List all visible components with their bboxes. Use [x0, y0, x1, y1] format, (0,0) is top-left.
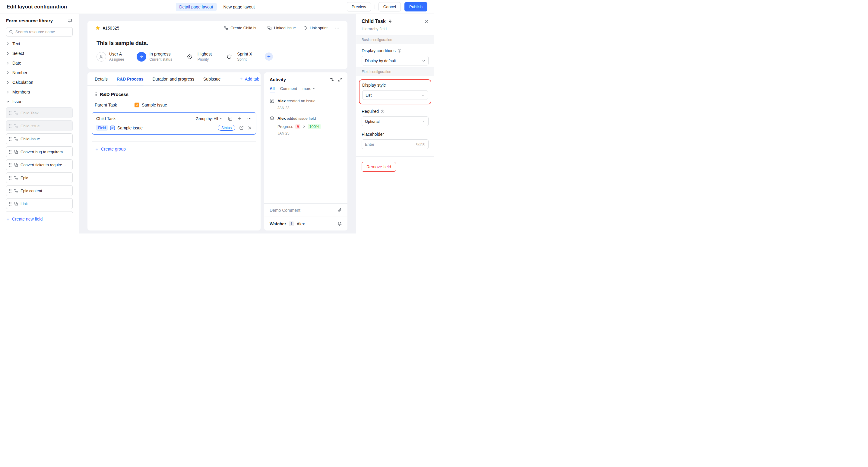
drag-handle-icon[interactable]: [9, 189, 11, 193]
tab-duration-and-progress[interactable]: Duration and progress: [153, 72, 194, 85]
link-sprint-button[interactable]: Link sprint: [303, 26, 328, 30]
open-in-new-icon[interactable]: [239, 125, 244, 130]
tab-rd-process[interactable]: R&D Process: [117, 72, 144, 85]
search-input[interactable]: [16, 30, 70, 34]
drag-handle-icon[interactable]: [9, 137, 11, 141]
linked-issue-icon: [267, 26, 272, 30]
pin-icon[interactable]: [388, 19, 392, 24]
display-style-highlight: Display style List: [359, 79, 431, 104]
status-pill[interactable]: Status: [218, 125, 235, 131]
watcher-name[interactable]: Alex: [297, 221, 305, 226]
create-group-button[interactable]: Create group: [95, 147, 256, 151]
add-attribute-button[interactable]: [265, 53, 273, 61]
info-icon[interactable]: [381, 110, 384, 114]
group-by-select[interactable]: Group by: All: [196, 117, 223, 121]
display-style-select[interactable]: List: [362, 90, 428, 100]
more-dropdown[interactable]: more: [303, 84, 316, 93]
tab-all[interactable]: All: [270, 84, 275, 93]
field-item-epic[interactable]: Epic: [6, 172, 73, 183]
create-child-issue-button[interactable]: Create Child is…: [224, 26, 260, 30]
board-icon[interactable]: [228, 117, 232, 121]
assignee-field[interactable]: User A Assignee: [96, 52, 124, 62]
tab-detail-page-layout[interactable]: Detail page layout: [176, 3, 217, 11]
drag-handle-icon[interactable]: [95, 92, 97, 96]
issue-actions: Create Child is… Linked issue Link sprin…: [224, 26, 340, 30]
comment-input[interactable]: Demo Comment: [264, 203, 347, 217]
linked-issue-button[interactable]: Linked issue: [267, 26, 296, 30]
config-subtitle: Hierarchy field: [362, 27, 429, 31]
convert-icon: [14, 163, 18, 167]
more-icon[interactable]: [247, 116, 252, 121]
sidebar-group-calculation[interactable]: Calculation: [6, 77, 73, 87]
placeholder-input[interactable]: [365, 142, 414, 147]
drag-handle-icon[interactable]: [9, 176, 11, 180]
plus-icon[interactable]: [238, 117, 242, 121]
current-status-field[interactable]: In progress Current status: [136, 52, 172, 62]
chevron-right-icon: [303, 125, 306, 128]
field-item-link[interactable]: Link: [6, 198, 73, 209]
priority-field[interactable]: Highest Priority: [185, 52, 212, 62]
sidebar-group-number[interactable]: Number: [6, 68, 73, 77]
field-item-child-task[interactable]: Child Task: [6, 107, 73, 118]
detail-tabs: Details R&D Process Duration and progres…: [88, 72, 260, 86]
publish-button[interactable]: Publish: [404, 2, 427, 11]
display-conditions-select[interactable]: Display by default: [362, 56, 429, 65]
bell-icon[interactable]: [337, 221, 342, 226]
preview-button[interactable]: Preview: [347, 2, 371, 11]
field-item-convert-bug[interactable]: Convert bug to requirem…: [6, 146, 73, 157]
sort-icon[interactable]: [330, 77, 334, 82]
tab-comment[interactable]: Comment: [280, 84, 297, 93]
field-item-epic-content[interactable]: Epic content: [6, 185, 73, 196]
layers-icon: [270, 116, 275, 121]
drag-handle-icon[interactable]: [9, 202, 11, 206]
tab-new-page-layout[interactable]: New page layout: [220, 3, 258, 11]
close-icon[interactable]: [248, 126, 252, 130]
field-tag: Field: [96, 125, 108, 131]
hierarchy-icon: [14, 137, 18, 141]
close-icon[interactable]: [424, 19, 429, 24]
paperclip-icon[interactable]: [338, 208, 342, 212]
group-label: Select: [12, 51, 24, 56]
detail-content: R&D Process Parent Task Sample issue Chi…: [88, 86, 260, 230]
required-select[interactable]: Optional: [362, 117, 429, 126]
parent-task-value[interactable]: Sample issue: [134, 102, 167, 107]
lower-cards: Details R&D Process Duration and progres…: [88, 72, 347, 230]
star-icon[interactable]: [95, 26, 100, 30]
avatar-icon: [96, 52, 106, 62]
resource-search[interactable]: [6, 27, 73, 36]
chevron-right-icon: [6, 61, 10, 65]
info-icon[interactable]: [398, 49, 401, 53]
add-tab-button[interactable]: Add tab: [239, 76, 259, 82]
collapse-panel-icon[interactable]: [68, 19, 73, 23]
child-task-field-block[interactable]: Child Task Group by: All: [92, 112, 256, 134]
sprint-field[interactable]: Sprint X Sprint: [224, 52, 252, 62]
tab-subissue[interactable]: Subissue: [203, 72, 221, 85]
field-issue-title[interactable]: Sample issue: [117, 125, 143, 130]
placeholder-input-wrap: 0/256: [362, 139, 429, 149]
sidebar-group-members[interactable]: Members: [6, 87, 73, 97]
drag-handle-icon[interactable]: [9, 111, 11, 115]
link-sprint-icon: [303, 26, 308, 30]
tab-details[interactable]: Details: [95, 72, 108, 85]
field-block-right: Status: [218, 125, 252, 131]
plus-icon: [239, 77, 243, 81]
edit-icon: [270, 98, 275, 103]
sidebar-group-date[interactable]: Date: [6, 58, 73, 68]
sidebar-group-select[interactable]: Select: [6, 49, 73, 58]
create-new-field-button[interactable]: Create new field: [6, 213, 73, 225]
field-item-child-issue-2[interactable]: Child-issue: [6, 133, 73, 144]
field-item-convert-ticket[interactable]: Convert ticket to require…: [6, 159, 73, 170]
issue-card-header: #150325 Create Child is… Linked issue Li…: [88, 21, 347, 35]
expand-icon[interactable]: [338, 77, 342, 82]
sidebar-group-text[interactable]: Text: [6, 39, 73, 49]
sidebar-group-issue[interactable]: Issue: [6, 97, 73, 106]
chevron-right-icon: [6, 71, 10, 74]
drag-handle-icon[interactable]: [9, 150, 11, 154]
field-block-content: Field Sample issue Status: [96, 125, 252, 131]
more-icon[interactable]: [335, 26, 340, 30]
drag-handle-icon[interactable]: [9, 124, 11, 128]
drag-handle-icon[interactable]: [9, 163, 11, 167]
cancel-button[interactable]: Cancel: [378, 2, 401, 11]
field-item-child-issue[interactable]: Child issue: [6, 120, 73, 131]
remove-field-button[interactable]: Remove field: [362, 162, 396, 172]
